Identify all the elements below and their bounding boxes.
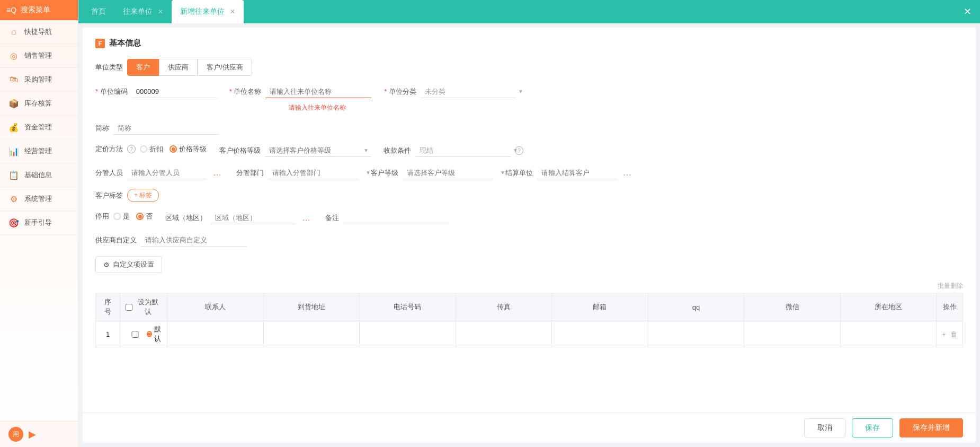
unit-btn-supplier[interactable]: 供应商: [159, 59, 198, 76]
radio-dot-level: [172, 147, 175, 151]
fax-input[interactable]: [461, 330, 547, 338]
price-level-input[interactable]: [265, 144, 363, 156]
tab-partner-list-close[interactable]: ✕: [158, 8, 163, 15]
short-name-input[interactable]: [113, 122, 219, 135]
department-group: 分管部门 ▼: [236, 166, 358, 179]
sidebar-item-label: 系统管理: [24, 194, 52, 204]
supplier-custom-row: 供应商自定义: [95, 234, 963, 247]
radio-circle-no: [136, 213, 144, 220]
pricing-radio-level[interactable]: 价格等级: [170, 144, 207, 154]
cell-actions: + 🗑: [937, 321, 963, 347]
col-default: 设为默认: [120, 293, 167, 321]
tags-row: 客户标签 + 标签: [95, 189, 963, 202]
qq-input[interactable]: [654, 330, 739, 338]
department-select[interactable]: ▼: [268, 166, 358, 179]
disabled-radio-yes[interactable]: 是: [113, 212, 130, 221]
add-tag-button[interactable]: + 标签: [127, 189, 159, 202]
unit-btn-customer[interactable]: 客户: [127, 59, 159, 76]
add-row-icon[interactable]: +: [942, 330, 946, 338]
unit-code-input[interactable]: [132, 85, 217, 98]
cell-contact[interactable]: [167, 321, 264, 347]
email-input[interactable]: [557, 330, 643, 338]
unit-category-select[interactable]: ▼: [421, 85, 516, 98]
row-region-input[interactable]: [846, 330, 931, 338]
cell-fax[interactable]: [456, 321, 552, 347]
remarks-input[interactable]: [343, 212, 449, 224]
pricing-method-label: 定价方法: [95, 144, 123, 154]
sidebar-item-operations[interactable]: 📊 经营管理: [0, 139, 78, 163]
pricing-help-icon[interactable]: ?: [127, 145, 136, 153]
short-name-label: 简称: [95, 124, 109, 133]
unit-type-group-container: 单位类型 客户 供应商 客户/供应商: [95, 59, 252, 76]
row-checkbox[interactable]: [126, 331, 145, 338]
section-icon: F: [95, 39, 105, 48]
batch-delete-button[interactable]: 批量删除: [95, 282, 963, 291]
select-all-checkbox[interactable]: [126, 304, 132, 311]
custom-settings-button[interactable]: ⚙ 自定义项设置: [95, 256, 162, 273]
manager-group: 分管人员 …: [95, 166, 224, 179]
settlement-input[interactable]: [537, 166, 617, 179]
pricing-radio-discount[interactable]: 折扣: [140, 144, 163, 154]
manager-input[interactable]: [127, 166, 207, 179]
sidebar-item-finance[interactable]: 💰 资金管理: [0, 116, 78, 139]
customer-level-select[interactable]: ▼: [403, 166, 493, 179]
tab-new-partner-close[interactable]: ✕: [230, 8, 235, 15]
supplier-custom-input[interactable]: [141, 234, 247, 247]
phone-input[interactable]: [365, 330, 450, 338]
save-button[interactable]: 保存: [852, 418, 893, 437]
manager-more-icon[interactable]: …: [211, 168, 224, 178]
sidebar-item-inventory[interactable]: 📦 库存核算: [0, 92, 78, 116]
unit-btn-both[interactable]: 客户/供应商: [198, 59, 252, 76]
section-title: F 基本信息: [95, 38, 963, 48]
save-new-button[interactable]: 保存并新增: [899, 418, 963, 437]
radio-circle-discount: [140, 145, 147, 153]
default-radio-container[interactable]: 默认: [147, 325, 162, 344]
cell-qq[interactable]: [648, 321, 744, 347]
payment-help-icon[interactable]: ?: [515, 146, 523, 155]
region-more-icon[interactable]: …: [300, 213, 313, 223]
sidebar-item-purchase[interactable]: 🛍 采购管理: [0, 68, 78, 92]
short-name-row: 简称: [95, 122, 963, 135]
tab-new-partner-label: 新增往来单位: [180, 7, 225, 16]
unit-name-input[interactable]: [265, 85, 371, 98]
disabled-radio-no[interactable]: 否: [136, 212, 153, 221]
inventory-icon: 📦: [8, 98, 19, 109]
delete-row-icon[interactable]: 🗑: [950, 330, 957, 338]
contact-input[interactable]: [173, 330, 258, 338]
tab-home[interactable]: 首页: [83, 0, 114, 23]
unit-category-input[interactable]: [421, 85, 518, 98]
finance-icon: 💰: [8, 122, 19, 133]
settlement-more-icon[interactable]: …: [621, 168, 634, 178]
col-fax: 传真: [456, 293, 552, 321]
unit-type-row: 单位类型 客户 供应商 客户/供应商: [95, 59, 963, 76]
cell-address[interactable]: [263, 321, 360, 347]
cancel-button[interactable]: 取消: [804, 418, 845, 437]
cell-wechat[interactable]: [744, 321, 841, 347]
tab-partner-list[interactable]: 往来单位 ✕: [114, 0, 172, 23]
address-input[interactable]: [269, 330, 354, 338]
sidebar-item-quick-nav[interactable]: ⌂ 快捷导航: [0, 20, 78, 44]
department-input[interactable]: [268, 166, 366, 179]
unit-code-label: 单位编码: [95, 87, 128, 97]
sidebar-item-basic-info[interactable]: 📋 基础信息: [0, 163, 78, 187]
region-input[interactable]: [211, 212, 296, 224]
cell-phone[interactable]: [360, 321, 456, 347]
col-address: 到货地址: [263, 293, 360, 321]
tab-bar: 首页 往来单位 ✕ 新增往来单位 ✕ ✕: [78, 0, 980, 23]
cell-email[interactable]: [552, 321, 648, 347]
tab-new-partner[interactable]: 新增往来单位 ✕: [172, 0, 244, 23]
sidebar-item-system[interactable]: ⚙ 系统管理: [0, 187, 78, 211]
sidebar-item-label: 基础信息: [24, 170, 52, 180]
payment-terms-input[interactable]: [415, 144, 513, 156]
price-level-select[interactable]: ▼: [265, 144, 371, 157]
sidebar-item-sales[interactable]: ◎ 销售管理: [0, 44, 78, 68]
payment-terms-select[interactable]: ▼: [415, 144, 511, 157]
sidebar-search[interactable]: ≡Q 搜索菜单: [0, 0, 78, 20]
supplier-custom-label: 供应商自定义: [95, 235, 137, 245]
wechat-input[interactable]: [750, 330, 835, 338]
customer-level-input[interactable]: [403, 166, 500, 179]
tab-bar-close-button[interactable]: ✕: [959, 6, 976, 17]
sidebar-item-guide[interactable]: 🎯 新手引导: [0, 211, 78, 235]
radio-circle-yes: [113, 213, 121, 220]
cell-region[interactable]: [840, 321, 937, 347]
